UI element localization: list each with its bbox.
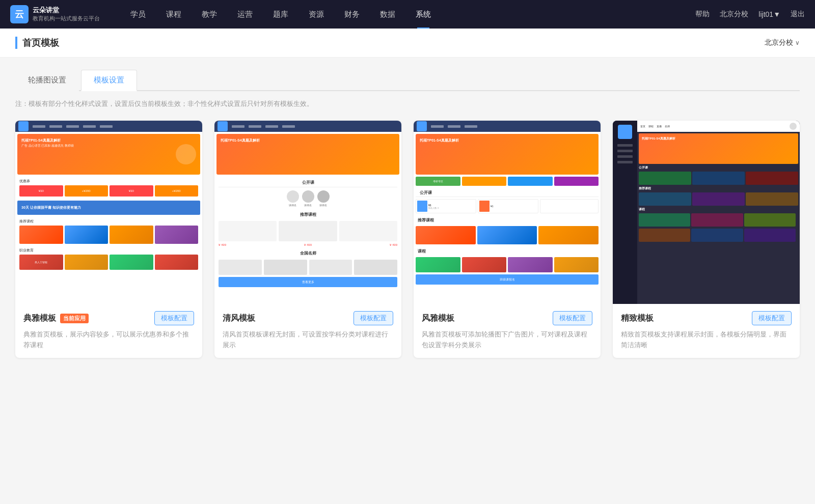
template-2-info: 清风模板 模板配置 清风首页模板课程无封面，可设置按学科分类对课程进行展示	[214, 304, 401, 358]
template-4-config-btn[interactable]: 模板配置	[752, 311, 792, 325]
nav-item-resources[interactable]: 资源	[298, 0, 334, 29]
template-2-desc: 清风首页模板课程无封面，可设置按学科分类对课程进行展示	[223, 329, 393, 351]
template-card-4: 首页 课程 直播 名师 托福TP01-S4真题及解析 公开课	[613, 121, 800, 358]
nav-item-finance[interactable]: 财务	[334, 0, 370, 29]
note-text: 注：模板有部分个性化样式设置，设置后仅当前模板生效；非个性化样式设置后只针对所有…	[15, 99, 800, 108]
template-2-title-row: 清风模板 模板配置	[223, 311, 393, 325]
nav-item-data[interactable]: 数据	[370, 0, 405, 29]
template-preview-3[interactable]: 托福TP01-S4真题及解析 考研专区 公开课	[414, 121, 601, 304]
template-4-title-row: 精致模板 模板配置	[621, 311, 792, 325]
navbar: 云 云朵讲堂 教育机构一站式服务云平台 学员 课程 教学 运营 题库 资源 财务…	[0, 0, 815, 29]
logo-icon: 云	[10, 5, 29, 23]
nav-menu: 学员 课程 教学 运营 题库 资源 财务 数据 系统	[120, 0, 695, 29]
navbar-right: 帮助 北京分校 lijt01▼ 退出	[695, 10, 805, 19]
page-header: 首页模板 北京分校 ∨	[0, 29, 815, 58]
logo-text: 云朵讲堂 教育机构一站式服务云平台	[33, 6, 100, 22]
page-title: 首页模板	[15, 37, 59, 49]
template-3-name: 风雅模板	[422, 313, 454, 324]
template-1-name: 典雅模板 当前应用	[23, 313, 89, 324]
template-2-name: 清风模板	[223, 313, 255, 324]
page-content: 轮播图设置 模板设置 注：模板有部分个性化样式设置，设置后仅当前模板生效；非个性…	[0, 58, 815, 370]
help-link[interactable]: 帮助	[695, 10, 710, 19]
template-preview-1[interactable]: 托福TP01-S4真题及解析广告 品心语言 已添加 超越优先 教师级 优惠券 ¥…	[15, 121, 202, 304]
chevron-down-icon: ∨	[795, 39, 800, 46]
template-1-config-btn[interactable]: 模板配置	[154, 311, 194, 325]
template-card-3: 托福TP01-S4真题及解析 考研专区 公开课	[414, 121, 601, 358]
nav-item-students[interactable]: 学员	[120, 0, 156, 29]
user-menu[interactable]: lijt01▼	[758, 10, 780, 18]
page: 首页模板 北京分校 ∨ 轮播图设置 模板设置 注：模板有部分个性化样式设置，设置…	[0, 29, 815, 504]
current-badge-1: 当前应用	[60, 314, 89, 323]
template-preview-4[interactable]: 首页 课程 直播 名师 托福TP01-S4真题及解析 公开课	[613, 121, 800, 304]
tab-carousel[interactable]: 轮播图设置	[15, 70, 79, 91]
nav-item-courses[interactable]: 课程	[156, 0, 192, 29]
template-4-name: 精致模板	[621, 313, 654, 324]
template-preview-2[interactable]: 托福TP01-S4真题及解析 公开课 讲师名 讲师名	[214, 121, 401, 304]
logout-link[interactable]: 退出	[791, 10, 805, 19]
nav-item-system[interactable]: 系统	[405, 0, 441, 29]
tabs: 轮播图设置 模板设置	[15, 70, 800, 91]
template-3-desc: 风雅首页模板可添加轮播图下广告图片，可对课程及课程包设置学科分类展示	[422, 329, 592, 351]
template-4-info: 精致模板 模板配置 精致首页模板支持课程展示封面，各模板分隔明显，界面简洁清晰	[613, 304, 800, 358]
template-3-title-row: 风雅模板 模板配置	[422, 311, 592, 325]
template-card-2: 托福TP01-S4真题及解析 公开课 讲师名 讲师名	[214, 121, 401, 358]
template-4-desc: 精致首页模板支持课程展示封面，各模板分隔明显，界面简洁清晰	[621, 329, 792, 351]
templates-grid: 托福TP01-S4真题及解析广告 品心语言 已添加 超越优先 教师级 优惠券 ¥…	[15, 121, 800, 358]
tab-template[interactable]: 模板设置	[81, 70, 137, 91]
template-3-config-btn[interactable]: 模板配置	[553, 311, 592, 325]
branch-name: 北京分校	[765, 38, 793, 47]
branch-selector[interactable]: 北京分校 ∨	[765, 38, 800, 47]
template-card-1: 托福TP01-S4真题及解析广告 品心语言 已添加 超越优先 教师级 优惠券 ¥…	[15, 121, 202, 358]
template-3-info: 风雅模板 模板配置 风雅首页模板可添加轮播图下广告图片，可对课程及课程包设置学科…	[414, 304, 601, 358]
nav-item-teaching[interactable]: 教学	[192, 0, 227, 29]
template-1-desc: 典雅首页模板，展示内容较多，可以展示优惠券和多个推荐课程	[23, 329, 194, 351]
template-2-config-btn[interactable]: 模板配置	[354, 311, 393, 325]
logo[interactable]: 云 云朵讲堂 教育机构一站式服务云平台	[10, 5, 100, 23]
nav-item-questions[interactable]: 题库	[263, 0, 298, 29]
template-1-title-row: 典雅模板 当前应用 模板配置	[23, 311, 194, 325]
branch-link[interactable]: 北京分校	[720, 10, 748, 19]
template-1-info: 典雅模板 当前应用 模板配置 典雅首页模板，展示内容较多，可以展示优惠券和多个推…	[15, 304, 202, 358]
nav-item-operations[interactable]: 运营	[227, 0, 263, 29]
